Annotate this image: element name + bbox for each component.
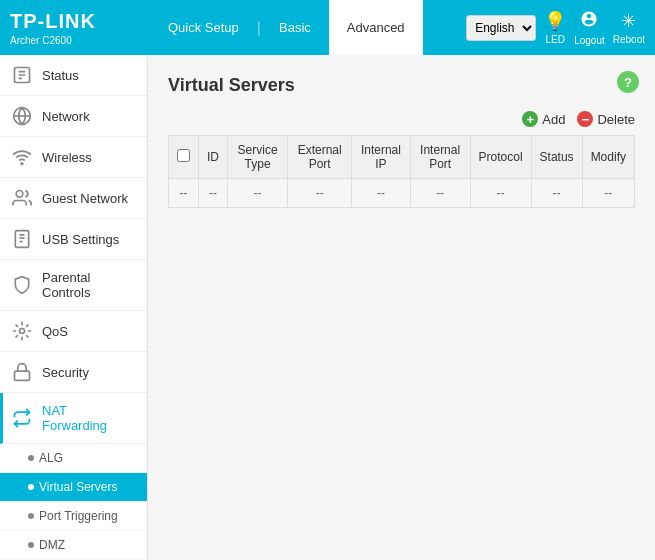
qos-icon: [12, 321, 32, 341]
sidebar-item-guest-network[interactable]: Guest Network: [0, 178, 147, 219]
header-service-type: Service Type: [228, 136, 288, 179]
svg-point-3: [21, 163, 23, 165]
parental-controls-icon: [12, 275, 32, 295]
header-internal-port: Internal Port: [410, 136, 470, 179]
header: TP-LINK Archer C2600 Quick Setup | Basic…: [0, 0, 655, 55]
row-protocol: --: [470, 179, 531, 208]
select-all-checkbox[interactable]: [177, 149, 190, 162]
sidebar-sub-virtual-servers[interactable]: Virtual Servers: [0, 473, 147, 502]
parental-controls-label: Parental Controls: [42, 270, 135, 300]
usb-settings-icon: [12, 229, 32, 249]
sidebar: Status Network Wireless Guest Network US: [0, 55, 148, 560]
row-internal-ip: --: [352, 179, 411, 208]
sidebar-item-parental-controls[interactable]: Parental Controls: [0, 260, 147, 311]
nav-tabs: Quick Setup | Basic Advanced: [150, 0, 466, 55]
row-internal-port: --: [410, 179, 470, 208]
delete-button[interactable]: − Delete: [577, 111, 635, 127]
row-id: --: [199, 179, 228, 208]
network-icon: [12, 106, 32, 126]
add-label: Add: [542, 112, 565, 127]
add-icon: +: [522, 111, 538, 127]
logo-model: Archer C2600: [10, 35, 150, 46]
delete-label: Delete: [597, 112, 635, 127]
layout: Status Network Wireless Guest Network US: [0, 55, 655, 560]
reboot-symbol: ✳: [621, 10, 636, 32]
add-button[interactable]: + Add: [522, 111, 565, 127]
virtual-servers-dot: [28, 484, 34, 490]
svg-point-6: [20, 329, 25, 334]
sidebar-sub-port-triggering[interactable]: Port Triggering: [0, 502, 147, 531]
tab-quick-setup[interactable]: Quick Setup: [150, 0, 257, 55]
sidebar-item-status[interactable]: Status: [0, 55, 147, 96]
table-actions: + Add − Delete: [168, 111, 635, 127]
delete-icon: −: [577, 111, 593, 127]
alg-label: ALG: [39, 451, 63, 465]
table-row: -- -- -- -- -- -- -- -- --: [169, 179, 635, 208]
logo-area: TP-LINK Archer C2600: [10, 10, 150, 46]
dmz-dot: [28, 542, 34, 548]
led-symbol: 💡: [544, 10, 566, 32]
row-checkbox-col: --: [169, 179, 199, 208]
led-icon-btn[interactable]: 💡 LED: [544, 10, 566, 45]
guest-network-label: Guest Network: [42, 191, 128, 206]
sidebar-item-security[interactable]: Security: [0, 352, 147, 393]
row-service-type: --: [228, 179, 288, 208]
sidebar-item-nat-forwarding[interactable]: NAT Forwarding: [0, 393, 147, 444]
reboot-label: Reboot: [613, 34, 645, 45]
qos-label: QoS: [42, 324, 68, 339]
sidebar-sub-dmz[interactable]: DMZ: [0, 531, 147, 560]
virtual-servers-label: Virtual Servers: [39, 480, 117, 494]
usb-settings-label: USB Settings: [42, 232, 119, 247]
table-header-row: ID Service Type External Port Internal I…: [169, 136, 635, 179]
port-triggering-dot: [28, 513, 34, 519]
main-content: Virtual Servers ? + Add − Delete ID Serv…: [148, 55, 655, 560]
sidebar-item-usb-settings[interactable]: USB Settings: [0, 219, 147, 260]
header-internal-ip: Internal IP: [352, 136, 411, 179]
reboot-icon-btn[interactable]: ✳ Reboot: [613, 10, 645, 45]
header-id: ID: [199, 136, 228, 179]
tab-advanced[interactable]: Advanced: [329, 0, 423, 55]
logo-text: TP-LINK: [10, 10, 150, 33]
header-protocol: Protocol: [470, 136, 531, 179]
header-checkbox-col: [169, 136, 199, 179]
sidebar-item-network[interactable]: Network: [0, 96, 147, 137]
row-external-port: --: [288, 179, 352, 208]
virtual-servers-table: ID Service Type External Port Internal I…: [168, 135, 635, 208]
network-label: Network: [42, 109, 90, 124]
wireless-icon: [12, 147, 32, 167]
port-triggering-label: Port Triggering: [39, 509, 118, 523]
logout-symbol: [580, 10, 598, 33]
header-right: English 💡 LED Logout ✳ Reboot: [466, 10, 645, 46]
language-select[interactable]: English: [466, 15, 536, 41]
wireless-label: Wireless: [42, 150, 92, 165]
status-icon: [12, 65, 32, 85]
security-icon: [12, 362, 32, 382]
row-modify: --: [582, 179, 634, 208]
sidebar-sub-alg[interactable]: ALG: [0, 444, 147, 473]
page-title: Virtual Servers: [168, 75, 635, 96]
alg-dot: [28, 455, 34, 461]
guest-network-icon: [12, 188, 32, 208]
nat-forwarding-icon: [12, 408, 32, 428]
header-status: Status: [531, 136, 582, 179]
header-external-port: External Port: [288, 136, 352, 179]
row-status: --: [531, 179, 582, 208]
help-button[interactable]: ?: [617, 71, 639, 93]
security-label: Security: [42, 365, 89, 380]
nat-forwarding-label: NAT Forwarding: [42, 403, 135, 433]
svg-point-4: [16, 191, 23, 198]
svg-rect-7: [15, 371, 30, 380]
led-label: LED: [545, 34, 564, 45]
tab-basic[interactable]: Basic: [261, 0, 329, 55]
logout-label: Logout: [574, 35, 605, 46]
status-label: Status: [42, 68, 79, 83]
sidebar-item-wireless[interactable]: Wireless: [0, 137, 147, 178]
header-modify: Modify: [582, 136, 634, 179]
sidebar-item-qos[interactable]: QoS: [0, 311, 147, 352]
logout-icon-btn[interactable]: Logout: [574, 10, 605, 46]
dmz-label: DMZ: [39, 538, 65, 552]
